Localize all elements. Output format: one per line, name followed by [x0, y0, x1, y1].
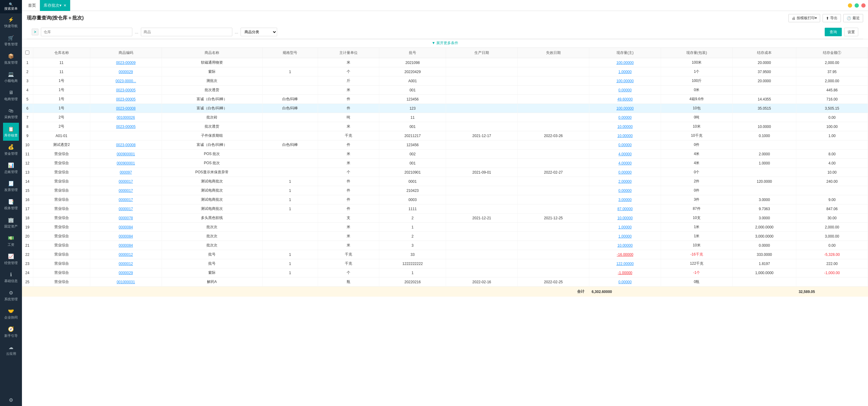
search-button[interactable]: 查询	[825, 28, 842, 36]
cell-qty-main[interactable]: 49.60000	[589, 95, 661, 104]
warehouse-input[interactable]	[41, 28, 132, 36]
cell-qty-main[interactable]: 100.00000	[589, 76, 661, 86]
cell-code[interactable]: 0023-00005	[90, 122, 162, 131]
sidebar-item-18[interactable]: ☁云应用	[3, 341, 19, 360]
maximize-button[interactable]	[855, 3, 859, 8]
settings-icon[interactable]: ⚙	[0, 394, 22, 406]
cell-qty-main[interactable]: 10.00000	[589, 213, 661, 223]
cell-code[interactable]: 0000078	[90, 213, 162, 223]
cell-code[interactable]: 0023-00008	[90, 140, 162, 149]
sidebar-item-8[interactable]: 📊总账管理	[3, 159, 19, 177]
cell-code[interactable]: 0023-00005	[90, 95, 162, 104]
cell-code[interactable]: 001000026	[90, 113, 162, 122]
cell-spec	[262, 168, 318, 177]
sidebar-item-17[interactable]: 🧭新手引导	[3, 323, 19, 341]
col-header-spec: 规格型号	[262, 48, 318, 58]
cell-value: 100.00	[796, 122, 868, 131]
cell-qty-main[interactable]: 2.00000	[589, 177, 661, 186]
cell-code[interactable]: 0023-00008	[90, 104, 162, 113]
tab-inventory-batch[interactable]: 库存批次▾ ✕	[40, 0, 70, 11]
page-header: 现存量查询(按仓库＋批次) 🖨 按模板打印▾ ⬆ 导出 🕐 最近	[22, 11, 868, 39]
sidebar-item-4[interactable]: 🖥电商管理	[3, 86, 19, 104]
cell-qty-main[interactable]: -16.00000	[589, 250, 661, 259]
cell-code[interactable]: 000900001	[90, 159, 162, 168]
cell-qty-main[interactable]: 122.00000	[589, 259, 661, 268]
sidebar-item-2[interactable]: 📦批发管理	[3, 50, 19, 68]
select-all-checkbox[interactable]	[25, 50, 29, 55]
cell-value: 2,000.00	[796, 223, 868, 232]
sidebar-item-3[interactable]: 💻小额电商	[3, 68, 19, 86]
expand-conditions-button[interactable]: ▼ 展开更多条件	[432, 40, 458, 46]
cell-code[interactable]: 0023-0000...	[90, 76, 162, 86]
minimize-button[interactable]	[848, 3, 852, 8]
cell-qty-main[interactable]: 0.00000	[589, 140, 661, 149]
cell-qty-main[interactable]: 100.00000	[589, 104, 661, 113]
cell-code[interactable]: 0023-00005	[90, 86, 162, 95]
close-button[interactable]	[861, 3, 866, 8]
sidebar-item-5[interactable]: 🛍采购管理	[3, 104, 19, 123]
cell-code[interactable]: 0000084	[90, 241, 162, 250]
cell-code[interactable]: 0000084	[90, 223, 162, 232]
cell-code[interactable]: 0000084	[90, 232, 162, 241]
cell-code[interactable]: 000097	[90, 168, 162, 177]
cell-exp-date	[518, 95, 589, 104]
sidebar-item-9[interactable]: 🧾发票管理	[3, 177, 19, 196]
cell-spec	[262, 241, 318, 250]
cell-qty-main[interactable]: 87.00000	[589, 204, 661, 213]
sidebar-item-16[interactable]: 🤝企业协同	[3, 305, 19, 323]
cell-qty-main[interactable]: 10.00000	[589, 131, 661, 140]
cell-qty-main[interactable]: 1.00000	[589, 232, 661, 241]
cell-code[interactable]: 001000031	[90, 277, 162, 286]
cell-code[interactable]: 0000017	[90, 186, 162, 195]
export-button[interactable]: ⬆ 导出	[823, 14, 841, 22]
filter-expand-button[interactable]: >	[32, 29, 38, 35]
cell-spec	[262, 277, 318, 286]
cell-qty-main[interactable]: 0.00000	[589, 113, 661, 122]
cell-code[interactable]: 0000012	[90, 259, 162, 268]
cell-qty-main[interactable]: 4.00000	[589, 149, 661, 159]
sidebar-item-6[interactable]: 📋库存核查	[3, 123, 19, 141]
sidebar-item-15[interactable]: ⚙系统管理	[3, 286, 19, 305]
setting-button[interactable]: 设置	[844, 28, 858, 36]
sidebar-item-14[interactable]: ℹ基础信息	[3, 268, 19, 286]
sidebar-item-13[interactable]: 📈经营管理	[3, 250, 19, 268]
sidebar-item-10[interactable]: 📑税务管理	[3, 196, 19, 214]
cell-qty-main[interactable]: 1.00000	[589, 223, 661, 232]
cell-code[interactable]	[90, 131, 162, 140]
cell-name: 测批次	[162, 76, 262, 86]
cell-exp-date	[518, 232, 589, 241]
cell-qty-main[interactable]: 0.00000	[589, 186, 661, 195]
cell-code[interactable]: 0000017	[90, 204, 162, 213]
cell-code[interactable]: 0000029	[90, 67, 162, 76]
cell-qty-main[interactable]: 4.00000	[589, 159, 661, 168]
category-select[interactable]: 商品分类	[241, 28, 277, 36]
cell-qty-main[interactable]: 0.00000	[589, 168, 661, 177]
cell-code[interactable]: 0000017	[90, 177, 162, 186]
cell-qty-main[interactable]: 100.00000	[589, 58, 661, 67]
cell-qty-main[interactable]: 0.00000	[589, 277, 661, 286]
cell-code[interactable]: 0023-00009	[90, 58, 162, 67]
tab-home[interactable]: 首页	[24, 0, 40, 11]
cell-name: POS显示米保质异常	[162, 168, 262, 177]
tab-close-icon[interactable]: ✕	[63, 3, 66, 8]
sidebar-search[interactable]: 🔍 搜索菜单	[0, 0, 22, 13]
recent-button[interactable]: 🕐 最近	[843, 14, 863, 22]
cell-qty-main[interactable]: 10.00000	[589, 241, 661, 250]
sidebar-item-0[interactable]: ⚡快捷导航	[3, 13, 19, 32]
sidebar-item-12[interactable]: 💵工资	[3, 232, 19, 250]
cell-qty-main[interactable]: 3.00000	[589, 195, 661, 204]
sidebar-item-1[interactable]: 🛒零售管理	[3, 32, 19, 50]
cell-batch: 2	[379, 213, 446, 223]
cell-qty-main[interactable]: 10.00000	[589, 122, 661, 131]
goods-input[interactable]	[141, 28, 232, 36]
sidebar-item-7[interactable]: 💰资金管理	[3, 141, 19, 159]
cell-code[interactable]: 000900001	[90, 149, 162, 159]
cell-qty-main[interactable]: 1.00000	[589, 67, 661, 76]
cell-qty-main[interactable]: -1.00000	[589, 268, 661, 277]
cell-qty-main[interactable]: 0.00000	[589, 86, 661, 95]
cell-code[interactable]: 0000017	[90, 195, 162, 204]
cell-code[interactable]: 0000012	[90, 250, 162, 259]
cell-code[interactable]: 0000029	[90, 268, 162, 277]
print-button[interactable]: 🖨 按模板打印▾	[788, 14, 820, 22]
sidebar-item-11[interactable]: 🏢固定资产	[3, 214, 19, 232]
